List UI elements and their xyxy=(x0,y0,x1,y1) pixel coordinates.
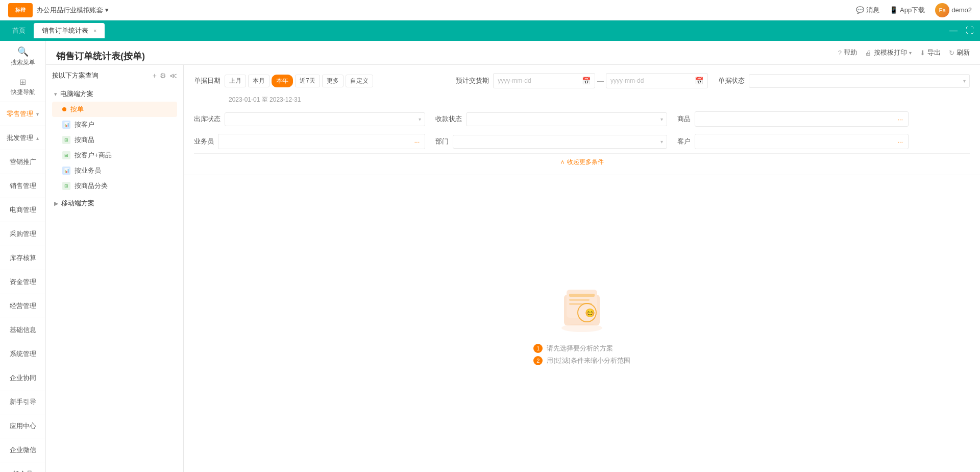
sidebar-wholesale-label: 批发管理 xyxy=(7,134,33,141)
sidebar-search-label: 搜索菜单 xyxy=(4,58,41,67)
date-btn-more[interactable]: 更多 xyxy=(322,75,344,87)
scheme-mobile-category: ▶ 移动端方案 xyxy=(52,196,177,211)
refresh-label: 刷新 xyxy=(957,48,970,57)
date-btn-7days[interactable]: 近7天 xyxy=(295,75,320,87)
refresh-icon: ↻ xyxy=(949,49,954,57)
sidebar-item-purchase[interactable]: 采购管理 xyxy=(0,222,45,246)
sidebar-item-ecommerce[interactable]: 电商管理 xyxy=(0,198,45,222)
app-download-action[interactable]: 📱 App下载 xyxy=(890,6,925,15)
out-status-select[interactable] xyxy=(225,112,425,126)
date-btn-this-year[interactable]: 本年 xyxy=(272,75,293,87)
sidebar-item-basic[interactable]: 基础信息 xyxy=(0,318,45,342)
sidebar-enterprise-label: 企业协同 xyxy=(10,374,36,382)
scheme-mobile-header[interactable]: ▶ 移动端方案 xyxy=(52,196,177,211)
tab-maximize-btn[interactable]: ⛶ xyxy=(964,24,976,37)
tab-minimize-btn[interactable]: — xyxy=(947,24,960,37)
sidebar-retail-label: 零售管理 xyxy=(7,110,33,117)
tab-home[interactable]: 首页 xyxy=(4,23,34,38)
scheme-item-by-salesperson[interactable]: 📊 按业务员 xyxy=(52,163,177,178)
out-status-label: 出库状态 xyxy=(194,114,220,124)
logo: 标橙 xyxy=(8,3,33,17)
sidebar-newguide-label: 新手引导 xyxy=(10,398,36,406)
tab-bar-right: — ⛶ xyxy=(947,24,976,37)
pred-date-end-input[interactable]: yyyy-mm-dd 📅 xyxy=(606,73,708,88)
message-action[interactable]: 💬 消息 xyxy=(856,6,879,15)
sidebar-item-enterprise[interactable]: 企业协同 xyxy=(0,366,45,390)
pred-date-end-cal-icon: 📅 xyxy=(695,77,703,85)
product-ellipsis-icon[interactable]: ··· xyxy=(897,115,903,123)
date-btn-last-month[interactable]: 上月 xyxy=(225,75,246,87)
scheme-customer-product-label: 按客户+商品 xyxy=(75,151,112,160)
sidebar-sales-label: 销售管理 xyxy=(10,182,36,190)
scheme-icon-table2: ⊞ xyxy=(62,151,70,159)
scheme-item-by-customer-product[interactable]: ⊞ 按客户+商品 xyxy=(52,148,177,163)
customer-ellipsis-icon[interactable]: ··· xyxy=(897,138,903,146)
filter-customer-cell: 客户 ··· xyxy=(677,134,909,149)
sidebar-item-inventory[interactable]: 库存核算 xyxy=(0,246,45,270)
product-input[interactable]: ··· xyxy=(695,111,909,127)
tab-sales-order-label: 销售订单统计表 xyxy=(42,26,88,35)
sidebar-item-finance[interactable]: 资金管理 xyxy=(0,270,45,294)
template-print-action[interactable]: 🖨 按模板打印 ▾ xyxy=(865,48,912,57)
scheme-icon-bar: 📊 xyxy=(62,121,70,129)
sidebar-item-wholesale[interactable]: 批发管理 ▴ xyxy=(0,126,45,150)
salesperson-input[interactable]: ··· xyxy=(218,134,425,149)
customer-input[interactable]: ··· xyxy=(695,134,909,149)
user-profile[interactable]: Ea demo2 xyxy=(935,3,972,17)
sidebar-retail-arrow: ▾ xyxy=(36,111,39,117)
scheme-customer-label: 按客户 xyxy=(75,120,94,129)
scheme-header-icons: + ⚙ ≪ xyxy=(153,72,177,80)
app-selector[interactable]: 办公用品行业模拟账套 ▾ xyxy=(37,6,109,15)
avatar-text: Ea xyxy=(939,7,946,13)
scheme-item-by-category[interactable]: ⊞ 按商品分类 xyxy=(52,178,177,194)
scheme-item-active[interactable]: 按单 xyxy=(52,102,177,117)
salesperson-ellipsis-icon[interactable]: ··· xyxy=(414,138,420,146)
pred-date-start-input[interactable]: yyyy-mm-dd 📅 xyxy=(493,73,595,88)
filter-product-cell: 商品 ··· xyxy=(677,111,909,127)
sidebar-item-operations[interactable]: 经营管理 xyxy=(0,294,45,318)
sidebar-item-search[interactable]: 🔍 搜索菜单 xyxy=(0,41,45,72)
right-area: 单据日期 上月 本月 本年 近7天 更多 自定义 xyxy=(184,65,980,472)
scheme-add-btn[interactable]: + xyxy=(153,72,157,80)
scheme-panel: 按以下方案查询 + ⚙ ≪ ▾ 电脑端方案 按单 xyxy=(46,65,184,472)
nav-tabs: 首页 销售订单统计表 × — ⛶ xyxy=(0,20,980,41)
sidebar-item-marketing[interactable]: 营销推广 xyxy=(0,150,45,174)
sidebar-ecommerce-label: 电商管理 xyxy=(10,206,36,214)
sidebar-item-newguide[interactable]: 新手引导 xyxy=(0,390,45,414)
hint-text-2: 用[过滤]条件来缩小分析范围 xyxy=(547,356,630,365)
payment-status-select[interactable] xyxy=(466,112,667,126)
export-action[interactable]: ⬇ 导出 xyxy=(920,48,941,57)
scheme-item-by-product[interactable]: ⊞ 按商品 xyxy=(52,132,177,148)
refresh-action[interactable]: ↻ 刷新 xyxy=(949,48,970,57)
sidebar-item-sales[interactable]: 销售管理 xyxy=(0,174,45,198)
date-btn-custom[interactable]: 自定义 xyxy=(346,75,373,87)
sidebar-item-member[interactable]: 畅会员 xyxy=(0,462,45,472)
scheme-mobile-expand-icon: ▶ xyxy=(54,200,58,207)
sidebar-wholesale-arrow: ▴ xyxy=(36,135,39,141)
pred-date-label: 预计交货期 xyxy=(456,76,489,85)
help-action[interactable]: ? 帮助 xyxy=(838,48,857,57)
filter-date-cell: 单据日期 上月 本月 本年 近7天 更多 自定义 xyxy=(194,75,446,87)
scheme-collapse-btn[interactable]: ≪ xyxy=(169,72,177,80)
sidebar-item-quicknav[interactable]: ⊞ 快捷导航 xyxy=(0,72,45,102)
scheme-settings-btn[interactable]: ⚙ xyxy=(160,72,166,80)
collapse-btn[interactable]: ∧ 收起更多条件 xyxy=(560,158,603,166)
date-btn-this-month[interactable]: 本月 xyxy=(248,75,270,87)
sidebar-item-system[interactable]: 系统管理 xyxy=(0,342,45,366)
sidebar-item-corpwechat[interactable]: 企业微信 xyxy=(0,438,45,462)
export-icon: ⬇ xyxy=(920,49,925,57)
status-select[interactable] xyxy=(749,74,970,88)
dept-select[interactable] xyxy=(453,135,667,149)
sidebar-item-retail[interactable]: 零售管理 ▾ xyxy=(0,102,45,126)
sidebar-item-appcenter[interactable]: 应用中心 xyxy=(0,414,45,438)
scheme-pc-header[interactable]: ▾ 电脑端方案 xyxy=(52,86,177,102)
scheme-active-label: 按单 xyxy=(70,105,84,114)
sidebar-quicknav-label: 快捷导航 xyxy=(4,88,41,97)
tab-sales-order[interactable]: 销售订单统计表 × xyxy=(34,23,105,38)
scheme-header-label: 按以下方案查询 xyxy=(52,71,99,80)
page-title: 销售订单统计表(按单) xyxy=(56,50,145,62)
template-print-label: 按模板打印 xyxy=(874,48,907,57)
app-download-label: App下载 xyxy=(900,6,925,15)
tab-close-icon[interactable]: × xyxy=(93,28,96,34)
scheme-item-by-customer[interactable]: 📊 按客户 xyxy=(52,117,177,132)
